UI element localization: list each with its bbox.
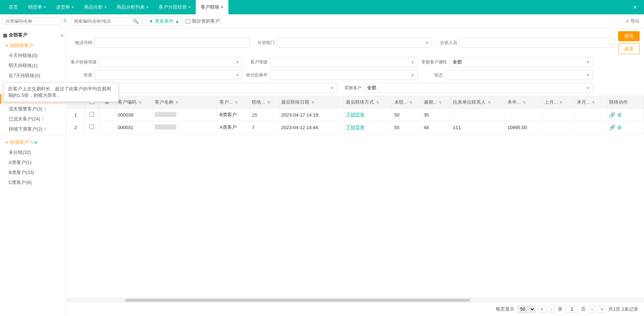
next-page-btn[interactable]: › <box>589 306 595 313</box>
action-icons-1: 🔗 ⊞ <box>609 112 641 118</box>
col-header-date[interactable]: 最后联络日期 ⇅ <box>279 96 343 109</box>
filter-payment-select[interactable]: ▼ <box>270 70 418 80</box>
horizontal-scrollbar[interactable] <box>66 298 644 302</box>
row-checkbox-2[interactable] <box>89 124 94 129</box>
col-header-name[interactable]: 客户名称 ⇅ <box>152 96 217 109</box>
help-icon-3[interactable]: ? <box>44 127 46 131</box>
grid-icon-2[interactable]: ⊞ <box>617 124 622 130</box>
filter-search-icon[interactable]: 🔍 <box>133 19 139 24</box>
col-header-type[interactable]: 客户... ⇅ <box>217 96 250 109</box>
sidebar-item-today[interactable]: 今天待联络(0) <box>0 51 66 61</box>
nav-customer-segment[interactable]: 客户分层经营 × <box>154 0 196 14</box>
filter-price-level-select[interactable]: ▼ <box>99 57 242 67</box>
scrollbar-thumb[interactable] <box>125 299 470 302</box>
table-container[interactable]: ⚙ 客户编码 ⇅ 客户名称 ⇅ 客户... <box>66 96 644 298</box>
sidebar-item-class-b[interactable]: B类客户(33) <box>0 168 66 178</box>
my-customers-checkbox[interactable] <box>186 19 190 24</box>
nav-close-customer-contact[interactable]: × <box>221 5 223 10</box>
col-header-lastmonth[interactable]: 上月... ⇅ <box>542 96 574 109</box>
link-icon-2[interactable]: 🔗 <box>609 124 615 130</box>
window-close-button[interactable]: × <box>629 4 640 11</box>
filter-dept-select[interactable]: ▼ <box>277 38 432 48</box>
sidebar-search-icon[interactable]: 🔍 <box>63 19 66 24</box>
last-page-btn[interactable]: » <box>598 306 606 313</box>
per-page-select[interactable]: 50 100 200 <box>517 305 536 313</box>
export-button[interactable]: ↗ 导出 <box>625 18 640 24</box>
main-layout: 🔍 ▦ 全部客户 » ▼ 待联络客户 今天待联络(0) 明天待联络(1) <box>0 14 644 316</box>
col-header-code[interactable]: 客户编码 ⇅ <box>115 96 152 109</box>
sidebar-item-declining[interactable]: 持续下滑客户(2) ? <box>0 124 66 134</box>
col-header-liaison[interactable]: 往来单位联系人 ⇅ <box>451 96 505 109</box>
nav-purchase[interactable]: 进货单 × <box>51 0 79 14</box>
chevron-down-icon-status: ▼ <box>586 73 590 77</box>
filter-row-4: ... 客户类型 ▼ 零散客户 全部 ▼ <box>71 83 640 93</box>
sidebar-item-class-c[interactable]: C类客户(6) <box>0 178 66 188</box>
chevron-down-icon-payment: ▼ <box>411 73 414 77</box>
link-icon-1[interactable]: 🔗 <box>609 112 615 118</box>
filter-person-select[interactable]: ... <box>459 38 615 48</box>
nav-customer-contact[interactable]: 客户联络 × <box>196 0 228 14</box>
col-header-action: 联络动作 <box>607 96 644 109</box>
cell-action-1: 🔗 ⊞ <box>607 109 644 121</box>
first-page-btn[interactable]: « <box>538 306 546 313</box>
settings-button[interactable]: 设置 <box>618 43 640 54</box>
nav-close-customer-segment[interactable]: × <box>188 5 191 10</box>
sidebar-item-churned[interactable]: 已流失客户(24) ? <box>0 114 66 124</box>
nav-product-analysis[interactable]: 商品分析 × <box>79 0 112 14</box>
sidebar-item-7days[interactable]: 近7天待联络(0) <box>0 71 66 81</box>
sidebar-pending-title[interactable]: ▼ 待联络客户 <box>0 41 66 51</box>
filter-phone-input[interactable] <box>94 38 250 48</box>
filter-more-btn[interactable]: ▼ 更多条件 ▲ <box>145 16 183 26</box>
filter-nature-select[interactable]: ▼ <box>94 70 242 80</box>
col-header-year[interactable]: 本年... ⇅ <box>505 96 542 109</box>
filter-retail-customer-select[interactable]: 全部 ▼ <box>364 83 593 93</box>
nav-home[interactable]: 首页 <box>4 0 23 14</box>
col-header-overdue[interactable]: 逾期... ⇅ <box>421 96 451 109</box>
nav-close-sales[interactable]: × <box>43 5 46 10</box>
edit-icon[interactable]: ✎ <box>30 140 33 145</box>
add-icon[interactable]: ⊕ <box>34 140 37 145</box>
col-header-contact[interactable]: 联络... ⇅ <box>250 96 279 109</box>
grid-icon-1[interactable]: ⊞ <box>617 112 622 118</box>
col-header-thismonth[interactable]: 本月... ⇅ <box>574 96 607 109</box>
method-link-2[interactable]: 下销货单 <box>346 124 365 130</box>
sidebar-all-customers[interactable]: ▦ 全部客户 » <box>0 30 66 41</box>
filter-person: 分管人员 ... <box>436 38 615 48</box>
sidebar-search-bar: 🔍 <box>0 14 66 28</box>
col-header-uncontact[interactable]: 未联... ⇅ <box>392 96 421 109</box>
filter-retail-attr-select[interactable]: 全部 ▼ <box>449 57 593 67</box>
sidebar-item-churn-warning[interactable]: 流失预警客户(3) ? <box>0 104 66 114</box>
filter-customer-type-select[interactable]: ▼ <box>108 83 337 93</box>
sidebar-collapse-btn[interactable]: » <box>60 32 63 38</box>
sidebar-item-class-a[interactable]: A类客户(1) <box>0 157 66 168</box>
row-checkbox-1[interactable] <box>89 112 94 117</box>
cell-date-2: 2023-04-12 14:44: <box>279 121 343 134</box>
filter-row-2: 客户价格等级 ▼ 客户等级 ▼ 零散客户属性 全部 <box>71 57 640 67</box>
total-label: 共1页 2条记录 <box>608 306 638 312</box>
cell-liaison-2: 111 <box>451 121 505 134</box>
filter-search-input[interactable] <box>74 19 131 24</box>
page-input[interactable] <box>565 306 578 313</box>
nav-sales[interactable]: 销货单 × <box>23 0 51 14</box>
nav-product-list[interactable]: 商品分析列表 × <box>112 0 154 14</box>
query-button[interactable]: 查询 <box>618 31 640 41</box>
nav-close-purchase[interactable]: × <box>71 5 74 10</box>
nav-close-product-list[interactable]: × <box>146 5 149 10</box>
method-link-1[interactable]: 下销货单 <box>346 112 365 117</box>
nav-close-product-analysis[interactable]: × <box>104 5 107 10</box>
filter-status-select[interactable]: ▼ <box>445 70 593 80</box>
filter-customer-level: 客户等级 ▼ <box>246 57 418 67</box>
help-icon-2[interactable]: ? <box>42 117 44 121</box>
cell-name-2 <box>152 121 217 134</box>
sidebar-value-customer-title[interactable]: ▼ 价值客户 ✎ ⊕ <box>0 137 66 147</box>
customer-name-blur-1 <box>155 112 176 117</box>
sort-icon-type: ⇅ <box>235 100 238 104</box>
sidebar-search-input[interactable] <box>3 17 62 25</box>
prev-page-btn[interactable]: ‹ <box>548 306 555 313</box>
sidebar-item-ungroup[interactable]: 未分组(32) <box>0 147 66 157</box>
chevron-up-icon: ▲ <box>175 19 180 24</box>
sidebar-item-tomorrow[interactable]: 明天待联络(1) <box>0 61 66 71</box>
col-header-method[interactable]: 最后联络方式 ⇅ <box>344 96 392 109</box>
help-icon-1[interactable]: ? <box>44 107 46 111</box>
filter-customer-level-select[interactable]: ▼ <box>270 57 418 67</box>
